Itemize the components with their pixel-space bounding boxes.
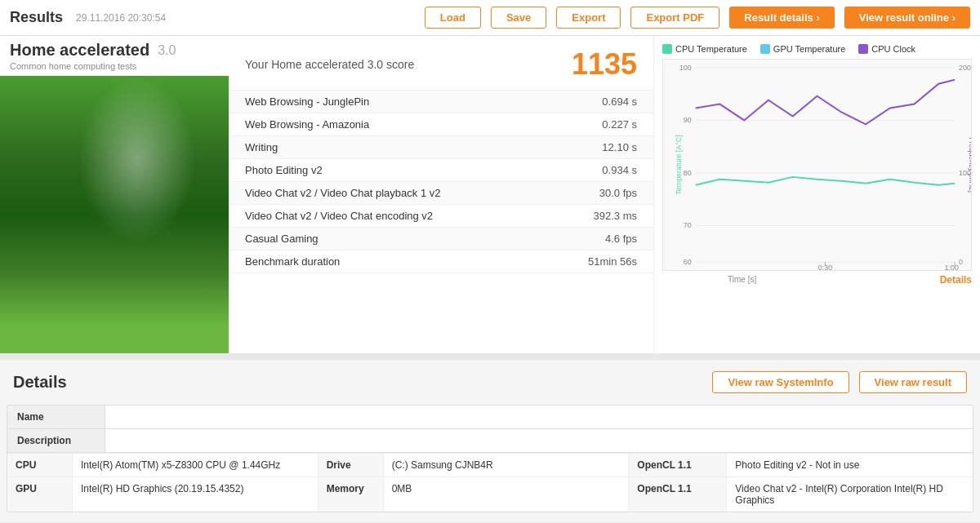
view-raw-result-button[interactable]: View raw result [859, 371, 967, 393]
gpu-temp-dot [760, 44, 770, 54]
svg-text:90: 90 [684, 116, 692, 124]
score-header: Your Home accelerated 3.0 score 1135 [229, 36, 653, 91]
score-label: Your Home accelerated 3.0 score [245, 58, 414, 71]
table-row: Photo Editing v2 0.934 s [229, 159, 653, 182]
table-row: Benchmark duration 51min 56s [229, 250, 653, 273]
table-row: Casual Gaming 4.6 fps [229, 228, 653, 250]
svg-rect-0 [663, 60, 971, 270]
export-button[interactable]: Export [556, 7, 621, 29]
opencl2-label: OpenCL 1.1 [629, 477, 727, 512]
result-value: 51min 56s [541, 250, 653, 273]
name-value [105, 406, 973, 428]
table-row: Web Browsing - Amazonia 0.227 s [229, 113, 653, 136]
cpu-clock-label: CPU Clock [871, 44, 915, 54]
result-name: Video Chat v2 / Video Chat encoding v2 [229, 205, 541, 228]
cpu-label: CPU [7, 454, 73, 476]
drive-value: (C:) Samsung CJNB4R [384, 454, 630, 476]
result-value: 0.934 s [541, 159, 653, 182]
cpu-temp-label: CPU Temperature [675, 44, 747, 54]
name-label: Name [7, 406, 105, 428]
result-value: 392.3 ms [541, 205, 653, 228]
gpu-temp-label: GPU Temperature [773, 44, 845, 54]
details-section: Name Description CPU Intel(R) Atom(TM) x… [7, 405, 973, 512]
chart-svg: 100 90 80 70 60 Temperature [A°C] 2000 1… [663, 60, 971, 270]
benchmark-image [0, 76, 229, 353]
details-title: Details [13, 373, 67, 392]
score-value: 1135 [572, 47, 637, 82]
legend-cpu-temp: CPU Temperature [662, 44, 747, 54]
chart-x-label: Time [s] [728, 275, 756, 284]
result-details-button[interactable]: Result details [729, 7, 834, 29]
cpu-clock-dot [858, 44, 868, 54]
result-name: Writing [229, 136, 541, 159]
benchmark-info: Home accelerated 3.0 Common home computi… [0, 36, 229, 76]
benchmark-description: Common home computing tests [10, 61, 219, 71]
chart-details-link[interactable]: Details [940, 274, 972, 286]
gpu-label: GPU [7, 477, 73, 512]
view-online-button[interactable]: View result online [844, 7, 970, 29]
result-name: Photo Editing v2 [229, 159, 541, 182]
description-label: Description [7, 429, 105, 452]
cpu-temp-dot [662, 44, 672, 54]
table-row: Web Browsing - JunglePin 0.694 s [229, 91, 653, 113]
svg-text:100: 100 [679, 64, 692, 72]
svg-text:0: 0 [959, 258, 963, 266]
svg-text:2000: 2000 [959, 64, 971, 72]
load-button[interactable]: Load [425, 7, 481, 29]
bottom-section: Details View raw SystemInfo View raw res… [0, 360, 980, 522]
svg-text:80: 80 [684, 169, 692, 177]
legend-gpu-temp: GPU Temperature [760, 44, 845, 54]
benchmark-title: Home accelerated 3.0 [10, 41, 219, 60]
header-bar: Results 29.11.2016 20:30:54 Load Save Ex… [0, 0, 980, 36]
result-name: Benchmark duration [229, 250, 541, 273]
svg-text:60: 60 [684, 258, 692, 266]
result-name: Casual Gaming [229, 228, 541, 250]
opencl1-value: Photo Editing v2 - Not in use [727, 454, 973, 476]
score-panel: Your Home accelerated 3.0 score 1135 Web… [229, 36, 653, 353]
result-value: 12.10 s [541, 136, 653, 159]
opencl2-value: Video Chat v2 - Intel(R) Corporation Int… [727, 477, 973, 512]
results-title: Results [10, 9, 63, 26]
opencl1-label: OpenCL 1.1 [629, 454, 727, 476]
details-table: Name Description CPU Intel(R) Atom(TM) x… [0, 405, 980, 512]
result-value: 0.694 s [541, 91, 653, 113]
legend-cpu-clock: CPU Clock [858, 44, 915, 54]
result-name: Web Browsing - Amazonia [229, 113, 541, 136]
main-content: Home accelerated 3.0 Common home computi… [0, 36, 980, 353]
results-table: Web Browsing - JunglePin 0.694 s Web Bro… [229, 91, 653, 273]
svg-text:1:00: 1:00 [945, 264, 959, 270]
memory-value: 0MB [384, 477, 630, 512]
result-name: Video Chat v2 / Video Chat playback 1 v2 [229, 182, 541, 205]
svg-text:70: 70 [684, 221, 692, 229]
svg-text:0:30: 0:30 [818, 264, 832, 270]
details-buttons: View raw SystemInfo View raw result [712, 371, 967, 393]
export-pdf-button[interactable]: Export PDF [630, 7, 719, 29]
cpu-value: Intel(R) Atom(TM) x5-Z8300 CPU @ 1.44GHz [73, 454, 318, 476]
chart-area: 100 90 80 70 60 Temperature [A°C] 2000 1… [662, 59, 972, 271]
benchmark-version: 3.0 [158, 43, 176, 58]
result-value: 0.227 s [541, 113, 653, 136]
table-row: Writing 12.10 s [229, 136, 653, 159]
details-data-row-1: CPU Intel(R) Atom(TM) x5-Z8300 CPU @ 1.4… [7, 453, 973, 476]
svg-text:Temperature [A°C]: Temperature [A°C] [675, 135, 683, 194]
table-row: Video Chat v2 / Video Chat playback 1 v2… [229, 182, 653, 205]
svg-text:Frequency [MHz]: Frequency [MHz] [968, 137, 971, 193]
chart-panel: CPU Temperature GPU Temperature CPU Cloc… [653, 36, 980, 353]
result-name: Web Browsing - JunglePin [229, 91, 541, 113]
save-button[interactable]: Save [491, 7, 546, 29]
memory-label: Memory [318, 477, 384, 512]
gpu-value: Intel(R) HD Graphics (20.19.15.4352) [73, 477, 318, 512]
chart-legend: CPU Temperature GPU Temperature CPU Cloc… [662, 44, 972, 54]
result-value: 30.0 fps [541, 182, 653, 205]
drive-label: Drive [318, 454, 384, 476]
details-data-row-2: GPU Intel(R) HD Graphics (20.19.15.4352)… [7, 476, 973, 512]
table-row: Video Chat v2 / Video Chat encoding v2 3… [229, 205, 653, 228]
result-value: 4.6 fps [541, 228, 653, 250]
description-value [105, 429, 973, 452]
view-raw-sysinfo-button[interactable]: View raw SystemInfo [712, 371, 849, 393]
details-header: Details View raw SystemInfo View raw res… [0, 360, 980, 405]
results-date: 29.11.2016 20:30:54 [76, 12, 166, 24]
